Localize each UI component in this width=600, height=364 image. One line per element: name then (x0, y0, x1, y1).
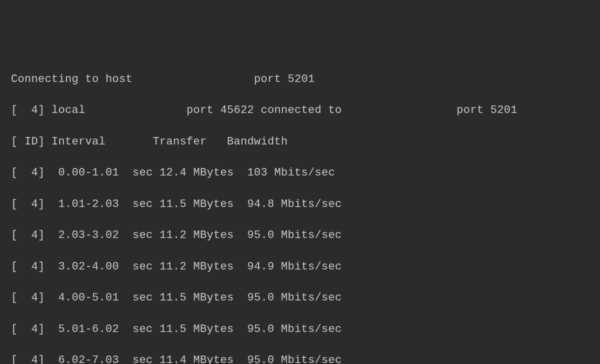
interval-row: [ 4] 3.02-4.00 sec 11.2 MBytes 94.9 Mbit… (11, 259, 589, 274)
interval-row: [ 4] 1.01-2.03 sec 11.5 MBytes 94.8 Mbit… (11, 196, 589, 212)
interval-row: [ 4] 4.00-5.01 sec 11.5 MBytes 95.0 Mbit… (11, 290, 589, 306)
local-connection-line: [ 4] local port 45622 connected to port … (11, 102, 589, 118)
connecting-line: Connecting to host port 5201 (11, 72, 589, 87)
interval-row: [ 4] 6.02-7.03 sec 11.4 MBytes 95.0 Mbit… (11, 352, 589, 364)
interval-row: [ 4] 5.01-6.02 sec 11.5 MBytes 95.0 Mbit… (11, 322, 589, 337)
column-header: [ ID] Interval Transfer Bandwidth (11, 134, 589, 150)
interval-row: [ 4] 0.00-1.01 sec 12.4 MBytes 103 Mbits… (11, 165, 589, 180)
interval-row: [ 4] 2.03-3.02 sec 11.2 MBytes 95.0 Mbit… (11, 228, 589, 243)
